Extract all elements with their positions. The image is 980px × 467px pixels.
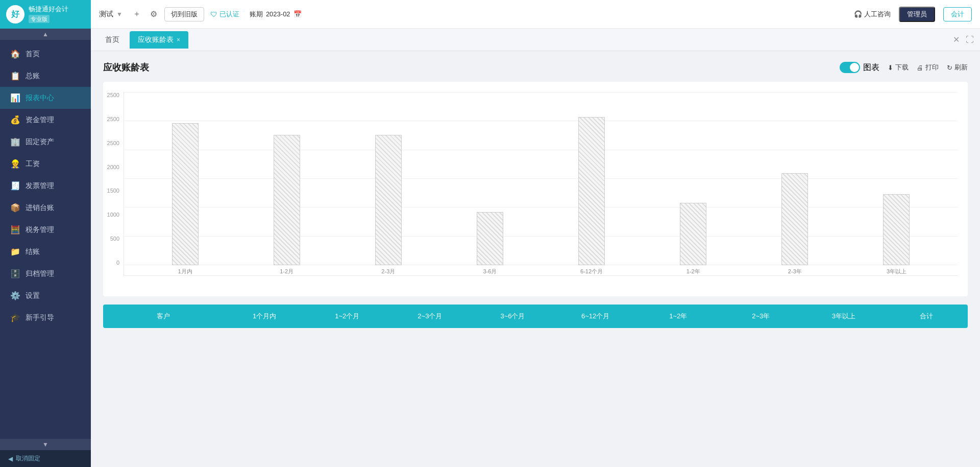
nav-icon-0: 🏠: [10, 49, 20, 59]
x-axis-label: 2-3年: [781, 268, 808, 275]
nav-icon-2: 📊: [10, 93, 20, 103]
chart-area: 2500250025002000150010005000 1月内1-2月2-3月…: [124, 92, 958, 276]
nav-label-10: 归档管理: [26, 269, 54, 278]
chart-bar: [680, 203, 706, 265]
headset-icon: 🎧: [854, 10, 862, 18]
sidebar-item-归档管理[interactable]: 🗄️归档管理: [0, 263, 91, 285]
nav-icon-6: 🧾: [10, 181, 20, 191]
chart-bar: [172, 123, 199, 265]
col-total: 合计: [885, 305, 968, 328]
switch-version-button[interactable]: 切到旧版: [164, 7, 204, 21]
refresh-button[interactable]: ↻ 刷新: [947, 63, 968, 72]
chevron-down-icon: ▼: [116, 11, 122, 18]
tab-receivable-aging[interactable]: 应收账龄表 ×: [130, 31, 188, 49]
col-3-6month: 3~6个月: [471, 305, 554, 328]
chart-bar: [883, 194, 910, 265]
col-1-2month: 1~2个月: [306, 305, 388, 328]
download-button[interactable]: ⬇ 下载: [888, 63, 909, 72]
chart-bar: [781, 173, 808, 265]
bar-group: [274, 135, 300, 265]
shield-icon: 🛡: [210, 10, 217, 18]
add-button[interactable]: ＋: [131, 7, 143, 21]
sidebar-nav: 🏠首页📋总账📊报表中心💰资金管理🏢固定资产👷工资🧾发票管理📦进销台账🧮税务管理📁…: [0, 40, 91, 439]
settings-icon[interactable]: ⚙: [148, 7, 159, 21]
print-button[interactable]: 🖨 打印: [917, 63, 939, 72]
nav-label-5: 工资: [26, 159, 40, 169]
topbar-actions: ＋ ⚙ 切到旧版: [131, 7, 204, 21]
workspace-selector[interactable]: 测试 ▼: [99, 10, 122, 19]
sidebar-item-报表中心[interactable]: 📊报表中心: [0, 87, 91, 109]
sidebar-item-首页[interactable]: 🏠首页: [0, 43, 91, 65]
expand-window-icon[interactable]: ⛶: [966, 35, 974, 44]
chart-bar: [578, 117, 605, 265]
sidebar-logo: 好 畅捷通好会计 专业版: [0, 0, 91, 29]
y-axis: 2500250025002000150010005000: [103, 92, 124, 266]
user-button[interactable]: 管理员: [899, 7, 935, 22]
nav-label-2: 报表中心: [26, 94, 54, 103]
nav-label-6: 发票管理: [26, 181, 54, 191]
sidebar-item-总账[interactable]: 📋总账: [0, 65, 91, 87]
bar-group: [883, 194, 910, 265]
nav-icon-8: 🧮: [10, 225, 20, 235]
y-axis-label: 1500: [107, 188, 119, 194]
x-axis-label: 3年以上: [883, 268, 910, 275]
tabbar: 首页 应收账龄表 × ✕ ⛶: [91, 29, 980, 51]
nav-label-8: 税务管理: [26, 225, 54, 235]
nav-label-12: 新手引导: [26, 313, 54, 322]
sidebar-scroll-down[interactable]: ▼: [0, 439, 91, 450]
x-axis-label: 1-2年: [680, 268, 706, 275]
x-axis-label: 1-2月: [274, 268, 300, 275]
main-area: 测试 ▼ ＋ ⚙ 切到旧版 🛡 已认证 账期 2023-02 📅 🎧 人工咨询 …: [91, 0, 980, 467]
period-info: 账期 2023-02 📅: [250, 10, 302, 19]
sidebar: 好 畅捷通好会计 专业版 ▲ 🏠首页📋总账📊报表中心💰资金管理🏢固定资产👷工资🧾…: [0, 0, 91, 467]
sidebar-item-结账[interactable]: 📁结账: [0, 241, 91, 263]
nav-icon-4: 🏢: [10, 137, 20, 147]
nav-icon-10: 🗄️: [10, 269, 20, 278]
close-window-icon[interactable]: ✕: [953, 35, 960, 44]
table-container: 客户 1个月内 1~2个月 2~3个月 3~6个月 6~12个月 1~2年 2~…: [103, 305, 968, 328]
y-axis-label: 2000: [107, 164, 119, 170]
col-1-2year: 1~2年: [637, 305, 720, 328]
sidebar-item-工资[interactable]: 👷工资: [0, 153, 91, 175]
consult-button[interactable]: 🎧 人工咨询: [854, 10, 891, 19]
chart-inner: 1月内1-2月2-3月3-6月6-12个月1-2年2-3年3年以上: [124, 92, 958, 276]
refresh-icon: ↻: [947, 64, 952, 72]
verified-badge: 🛡 已认证: [210, 10, 239, 19]
y-axis-label: 500: [110, 236, 119, 242]
calendar-icon[interactable]: 📅: [293, 10, 302, 18]
nav-icon-12: 🎓: [10, 313, 20, 322]
sidebar-item-发票管理[interactable]: 🧾发票管理: [0, 175, 91, 197]
print-icon: 🖨: [917, 64, 923, 72]
role-button[interactable]: 会计: [943, 7, 972, 21]
nav-icon-3: 💰: [10, 115, 20, 125]
chart-container: 2500250025002000150010005000 1月内1-2月2-3月…: [103, 82, 968, 296]
tab-home[interactable]: 首页: [97, 31, 128, 49]
page-actions: 图表 ⬇ 下载 🖨 打印 ↻ 刷新: [840, 62, 968, 73]
x-axis-label: 3-6月: [477, 268, 503, 275]
col-2-3month: 2~3个月: [388, 305, 471, 328]
bar-group: [477, 212, 503, 265]
sidebar-item-新手引导[interactable]: 🎓新手引导: [0, 307, 91, 329]
chart-toggle[interactable]: [840, 62, 860, 73]
sidebar-item-资金管理[interactable]: 💰资金管理: [0, 109, 91, 131]
chart-bar: [274, 135, 300, 265]
sidebar-item-税务管理[interactable]: 🧮税务管理: [0, 219, 91, 241]
cancel-fixed-button[interactable]: ◀ 取消固定: [0, 450, 91, 467]
col-6-12month: 6~12个月: [554, 305, 637, 328]
nav-icon-5: 👷: [10, 159, 20, 169]
window-controls: ✕ ⛶: [953, 35, 974, 44]
bar-group: [781, 173, 808, 265]
x-axis-label: 6-12个月: [578, 268, 605, 275]
y-axis-label: 1000: [107, 212, 119, 218]
sidebar-item-固定资产[interactable]: 🏢固定资产: [0, 131, 91, 153]
nav-icon-1: 📋: [10, 71, 20, 81]
download-icon: ⬇: [888, 64, 893, 72]
sidebar-item-设置[interactable]: ⚙️设置: [0, 285, 91, 307]
nav-label-1: 总账: [26, 72, 40, 81]
tab-close-icon[interactable]: ×: [177, 36, 180, 43]
logo-text: 畅捷通好会计 专业版: [29, 5, 68, 24]
sidebar-item-进销台账[interactable]: 📦进销台账: [0, 197, 91, 219]
nav-label-9: 结账: [26, 247, 40, 256]
nav-label-4: 固定资产: [26, 137, 54, 147]
sidebar-scroll-up[interactable]: ▲: [0, 29, 91, 40]
